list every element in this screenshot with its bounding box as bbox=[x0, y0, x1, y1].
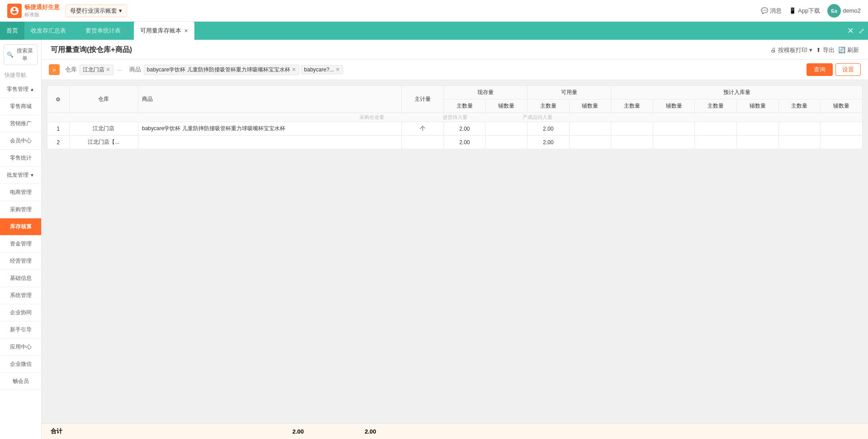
tab-receive-send[interactable]: 收发存汇总表 ✕ bbox=[24, 22, 79, 40]
remove-product-tag-0-icon[interactable]: ✕ bbox=[292, 66, 296, 73]
print-chevron-icon: ▾ bbox=[809, 47, 812, 53]
sidebar-item-basic-info[interactable]: 基础信息 bbox=[0, 270, 41, 287]
cell-current-aux bbox=[486, 136, 528, 149]
table-row: 2 江北门店【... 2.00 2.00 bbox=[47, 136, 863, 149]
refresh-btn[interactable]: 🔄 刷新 bbox=[838, 46, 859, 54]
product-filter-group: 商品 babycare学饮杯 儿童防摔防撞吸管杯重力球吸嘴杯宝宝水杯 ✕ bab… bbox=[129, 65, 343, 75]
sidebar-item-marketing[interactable]: 营销推广 bbox=[0, 115, 41, 132]
query-btn[interactable]: 查询 bbox=[807, 63, 833, 76]
sidebar-item-operation-mgmt[interactable]: 经营管理 bbox=[0, 253, 41, 270]
sidebar-item-purchase-mgmt[interactable]: 采购管理 bbox=[0, 201, 41, 218]
main-layout: 🔍 搜索菜单 快捷导航 零售管理 ▲ 零售商城 营销推广 会员中心 零售统计 批… bbox=[0, 40, 868, 439]
sidebar-item-system-mgmt[interactable]: 系统管理 bbox=[0, 287, 41, 304]
warehouse-tag-0[interactable]: 江北门店 ✕ bbox=[80, 65, 113, 75]
logo-text: 畅捷通好生意 标准版 bbox=[24, 4, 60, 18]
sidebar-item-retail-mgmt[interactable]: 零售管理 ▲ bbox=[0, 81, 41, 98]
sidebar-item-inventory-check[interactable]: 库存核算 bbox=[0, 218, 41, 236]
table-row: 1 江北门店 babycare学饮杯 儿童防摔防撞吸管杯重力球吸嘴杯宝宝水杯 个… bbox=[47, 122, 863, 136]
cell-available-main: 2.00 bbox=[527, 122, 569, 136]
logo-area: 畅捷通好生意 标准版 bbox=[7, 4, 60, 18]
th-purchase-arrival-main: 主数量 bbox=[695, 99, 737, 113]
warehouse-filter-group: 仓库 江北门店 ✕ ··· bbox=[65, 65, 124, 75]
sidebar-item-new-guide[interactable]: 新手引导 bbox=[0, 321, 41, 339]
sidebar-item-enterprise-wechat[interactable]: 企业微信 bbox=[0, 356, 41, 373]
th-available: 可用量 bbox=[527, 86, 611, 99]
setting-btn[interactable]: 设置 bbox=[835, 63, 861, 76]
product-tag-1[interactable]: babycare?... ✕ bbox=[301, 65, 343, 74]
print-btn[interactable]: 🖨 按模板打印 ▾ bbox=[770, 46, 812, 54]
top-bar-left: 畅捷通好生意 标准版 母婴行业演示账套 ▾ bbox=[7, 4, 127, 18]
sidebar-item-enterprise-collab[interactable]: 企业协同 bbox=[0, 304, 41, 321]
export-btn[interactable]: ⬆ 导出 bbox=[816, 46, 835, 54]
cell-current-main: 2.00 bbox=[443, 122, 486, 136]
sub-header-purchase-intransit: 采购在途量 bbox=[331, 114, 413, 121]
tab-home-label: 首页 bbox=[6, 27, 18, 35]
filter-more-icon[interactable]: ··· bbox=[115, 66, 124, 74]
cell-products-ready-aux bbox=[821, 136, 863, 149]
filter-area: » 仓库 江北门店 ✕ ··· 商品 babycare学饮杯 儿童防摔防撞吸管杯… bbox=[42, 60, 868, 80]
cell-available-main: 2.00 bbox=[527, 136, 569, 149]
top-bar-right: 💬 消息 📱 App下载 Ea demo2 bbox=[761, 4, 861, 18]
user-avatar[interactable]: Ea demo2 bbox=[827, 4, 861, 18]
page-actions: 🖨 按模板打印 ▾ ⬆ 导出 🔄 刷新 bbox=[770, 46, 859, 54]
th-purchase-intransit-aux: 辅数量 bbox=[653, 99, 695, 113]
data-table: ⚙ 仓库 商品 主计量 现存量 可用量 预计入库量 主数量 辅数量 主数量 辅数… bbox=[47, 85, 863, 149]
cell-purchase-arrival-aux bbox=[737, 136, 779, 149]
tab-bar-right: ✕ ⤢ bbox=[844, 26, 868, 36]
cell-purchase-intransit-main bbox=[611, 136, 653, 149]
cell-product: babycare学饮杯 儿童防摔防撞吸管杯重力球吸嘴杯宝宝水杯 bbox=[138, 122, 401, 136]
tab-order-stats-label: 要货单统计表 bbox=[85, 27, 121, 35]
sub-header-products-ready: 产成品待入量 bbox=[497, 114, 578, 121]
sidebar: 🔍 搜索菜单 快捷导航 零售管理 ▲ 零售商城 营销推广 会员中心 零售统计 批… bbox=[0, 40, 42, 439]
close-available-stock-icon[interactable]: ✕ bbox=[184, 28, 188, 34]
close-order-stats-icon[interactable]: ✕ bbox=[123, 28, 127, 34]
cell-warehouse: 江北门店【... bbox=[69, 136, 138, 149]
cell-main-unit bbox=[402, 136, 444, 149]
cell-warehouse: 江北门店 bbox=[69, 122, 138, 136]
remove-warehouse-tag-icon[interactable]: ✕ bbox=[106, 66, 110, 73]
org-selector[interactable]: 母婴行业演示账套 ▾ bbox=[65, 5, 127, 17]
th-available-main-qty: 主数量 bbox=[527, 99, 569, 113]
filter-right-btns: 查询 设置 bbox=[807, 63, 861, 76]
tab-close-all-icon[interactable]: ✕ bbox=[844, 26, 857, 36]
sidebar-item-member-center[interactable]: 会员中心 bbox=[0, 132, 41, 150]
cell-products-ready-main bbox=[778, 136, 821, 149]
sidebar-nav-label: 快捷导航 bbox=[0, 69, 41, 81]
chevron-down-icon: ▾ bbox=[119, 7, 122, 14]
print-icon: 🖨 bbox=[770, 47, 776, 53]
sidebar-item-vip-member[interactable]: 畅会员 bbox=[0, 373, 41, 390]
sub-header-purchase-arrival: 进货待入量 bbox=[414, 114, 495, 121]
page-header: 可用量查询(按仓库+商品) 🖨 按模板打印 ▾ ⬆ 导出 🔄 刷新 bbox=[42, 40, 868, 60]
sidebar-item-wholesale-mgmt[interactable]: 批发管理 ▼ bbox=[0, 167, 41, 184]
footer-total-available-main: 2.00 bbox=[340, 428, 376, 435]
message-btn[interactable]: 💬 消息 bbox=[761, 7, 782, 15]
app-download-btn[interactable]: 📱 App下载 bbox=[789, 7, 820, 15]
footer-label: 合计 bbox=[51, 427, 123, 435]
tab-available-stock-label: 可用量库存账本 bbox=[140, 27, 181, 35]
sidebar-item-retail-stats[interactable]: 零售统计 bbox=[0, 150, 41, 167]
sidebar-item-finance-mgmt[interactable]: 资金管理 bbox=[0, 236, 41, 253]
product-filter-tags: babycare学饮杯 儿童防摔防撞吸管杯重力球吸嘴杯宝宝水杯 ✕ babyca… bbox=[144, 65, 343, 75]
tab-expand-icon[interactable]: ⤢ bbox=[859, 27, 864, 35]
sidebar-item-app-center[interactable]: 应用中心 bbox=[0, 339, 41, 356]
tab-home[interactable]: 首页 bbox=[0, 22, 24, 40]
content-area: 可用量查询(按仓库+商品) 🖨 按模板打印 ▾ ⬆ 导出 🔄 刷新 bbox=[42, 40, 868, 439]
sidebar-item-ecommerce[interactable]: 电商管理 bbox=[0, 184, 41, 201]
th-current-aux-qty: 辅数量 bbox=[486, 99, 528, 113]
refresh-icon: 🔄 bbox=[838, 47, 845, 53]
remove-product-tag-1-icon[interactable]: ✕ bbox=[335, 66, 340, 73]
sidebar-search-btn[interactable]: 🔍 搜索菜单 bbox=[4, 44, 38, 65]
th-gear[interactable]: ⚙ bbox=[47, 86, 70, 113]
filter-expand-btn[interactable]: » bbox=[49, 64, 60, 75]
sidebar-search-area: 🔍 搜索菜单 bbox=[0, 40, 41, 69]
th-planned-inbound: 预计入库量 bbox=[611, 86, 863, 99]
close-receive-send-icon[interactable]: ✕ bbox=[69, 28, 73, 34]
warehouse-filter-tags: 江北门店 ✕ ··· bbox=[80, 65, 124, 75]
tab-available-stock[interactable]: 可用量库存账本 ✕ bbox=[134, 22, 194, 40]
th-purchase-arrival-aux: 辅数量 bbox=[737, 99, 779, 113]
tab-order-stats[interactable]: 要货单统计表 ✕ bbox=[79, 22, 134, 40]
th-products-ready-aux: 辅数量 bbox=[821, 99, 863, 113]
tab-receive-send-label: 收发存汇总表 bbox=[31, 27, 66, 35]
product-tag-0[interactable]: babycare学饮杯 儿童防摔防撞吸管杯重力球吸嘴杯宝宝水杯 ✕ bbox=[144, 65, 299, 75]
sidebar-item-retail-mall[interactable]: 零售商城 bbox=[0, 98, 41, 115]
